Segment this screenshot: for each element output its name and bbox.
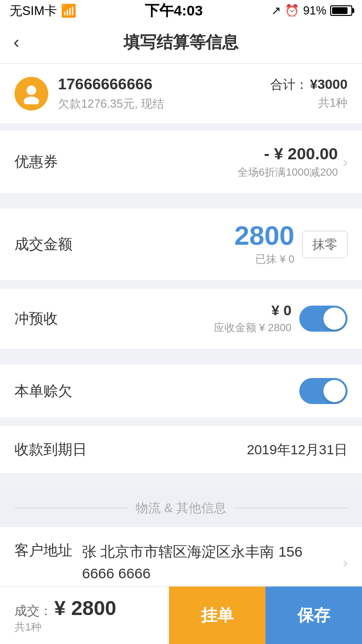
coupon-amount: - ¥ 200.00 <box>237 144 338 163</box>
logistics-section-label: 物流 & 其他信息 <box>0 489 362 527</box>
prepaid-amount: ¥ 0 <box>214 302 292 319</box>
total-label-amount: 合计： ¥3000 <box>270 76 348 93</box>
bottom-info: 成交： ¥ 2800 共1种 <box>0 587 169 644</box>
label-line-left <box>14 508 128 508</box>
svg-point-1 <box>24 97 39 104</box>
customer-details: 17666666666 欠款1276.35元, 现结 <box>58 75 164 112</box>
total-amount: ¥3000 <box>310 77 348 92</box>
prepaid-row: 冲预收 ¥ 0 应收金额 ¥ 2800 <box>0 288 362 349</box>
customer-phone: 17666666666 <box>58 75 164 93</box>
debt-row: 本单赊欠 <box>0 364 362 418</box>
customer-info-card: 17666666666 欠款1276.35元, 现结 合计： ¥3000 共1种 <box>0 64 362 123</box>
prepaid-sub: 应收金额 ¥ 2800 <box>214 321 292 335</box>
battery-icon <box>330 5 352 16</box>
alarm-icon: ⏰ <box>285 4 299 17</box>
label-line-right <box>234 508 348 508</box>
due-date-label: 收款到期日 <box>14 440 87 460</box>
coupon-right: - ¥ 200.00 全场6折满1000减200 › <box>237 144 348 180</box>
status-right: ↗ ⏰ 91% <box>271 4 352 17</box>
debt-toggle[interactable] <box>299 378 348 404</box>
section-divider-2 <box>0 357 362 364</box>
deal-amount-sub: 已抹 ¥ 0 <box>234 252 294 266</box>
total-count: 共1种 <box>270 95 348 111</box>
coupon-chevron-icon: › <box>343 154 348 170</box>
svg-point-0 <box>27 85 36 95</box>
prepaid-toggle[interactable] <box>299 306 348 332</box>
avatar <box>14 77 48 111</box>
no-sim-text: 无SIM卡 <box>10 2 57 19</box>
customer-total: 合计： ¥3000 共1种 <box>270 76 348 111</box>
deal-amount-value: 2800 <box>234 222 294 249</box>
total-label: 合计： <box>270 77 308 92</box>
bottom-amount: ¥ 2800 <box>54 597 116 619</box>
debt-toggle-knob <box>323 380 346 402</box>
page-title: 填写结算等信息 <box>124 31 238 54</box>
debt-right <box>299 378 348 404</box>
avatar-icon <box>21 83 42 104</box>
status-time: 下午4:03 <box>145 1 203 21</box>
bottom-count: 共1种 <box>14 620 154 634</box>
hang-button[interactable]: 挂单 <box>169 587 265 644</box>
address-label: 客户地址 <box>14 541 72 560</box>
prepaid-right: ¥ 0 应收金额 ¥ 2800 <box>214 302 348 335</box>
bottom-bar: 成交： ¥ 2800 共1种 挂单 保存 <box>0 586 362 644</box>
bottom-deal-row: 成交： ¥ 2800 <box>14 597 154 620</box>
coupon-info: - ¥ 200.00 全场6折满1000减200 <box>237 144 338 180</box>
location-icon: ↗ <box>271 4 281 17</box>
deal-amount-row: 成交金额 2800 已抹 ¥ 0 抹零 <box>0 209 362 280</box>
customer-left: 17666666666 欠款1276.35元, 现结 <box>14 75 164 112</box>
address-chevron-icon: › <box>343 554 348 571</box>
debt-label: 本单赊欠 <box>14 381 72 401</box>
due-date-right: 2019年12月31日 <box>247 441 348 459</box>
customer-sub: 欠款1276.35元, 现结 <box>58 96 164 112</box>
logistics-label-text: 物流 & 其他信息 <box>136 500 226 517</box>
prepaid-label: 冲预收 <box>14 309 58 329</box>
back-button[interactable]: ‹ <box>14 32 19 53</box>
nav-bar: ‹ 填写结算等信息 <box>0 21 362 64</box>
coupon-desc: 全场6折满1000减200 <box>237 165 338 180</box>
wifi-icon: 📶 <box>61 3 76 18</box>
address-value: 张 北京市市辖区海淀区永丰南 156 6666 6666 <box>82 541 338 584</box>
battery-percent: 91% <box>303 4 326 17</box>
round-button[interactable]: 抹零 <box>302 231 348 258</box>
due-date-value: 2019年12月31日 <box>247 441 348 459</box>
deal-amount-col: 2800 已抹 ¥ 0 <box>234 222 294 266</box>
prepaid-amount-col: ¥ 0 应收金额 ¥ 2800 <box>214 302 292 335</box>
deal-amount-right: 2800 已抹 ¥ 0 抹零 <box>234 222 348 266</box>
status-bar: 无SIM卡 📶 下午4:03 ↗ ⏰ 91% <box>0 0 362 21</box>
due-date-row: 收款到期日 2019年12月31日 <box>0 426 362 474</box>
main-content: 17666666666 欠款1276.35元, 现结 合计： ¥3000 共1种… <box>0 64 362 644</box>
coupon-row[interactable]: 优惠券 - ¥ 200.00 全场6折满1000减200 › <box>0 131 362 193</box>
bottom-deal-label: 成交： <box>14 603 52 618</box>
deal-amount-label: 成交金额 <box>14 235 72 254</box>
save-button[interactable]: 保存 <box>265 587 362 644</box>
toggle-knob <box>323 308 346 330</box>
section-divider-1 <box>0 201 362 209</box>
coupon-label: 优惠券 <box>14 152 58 172</box>
status-left: 无SIM卡 📶 <box>10 2 76 19</box>
section-divider-3 <box>0 481 362 489</box>
